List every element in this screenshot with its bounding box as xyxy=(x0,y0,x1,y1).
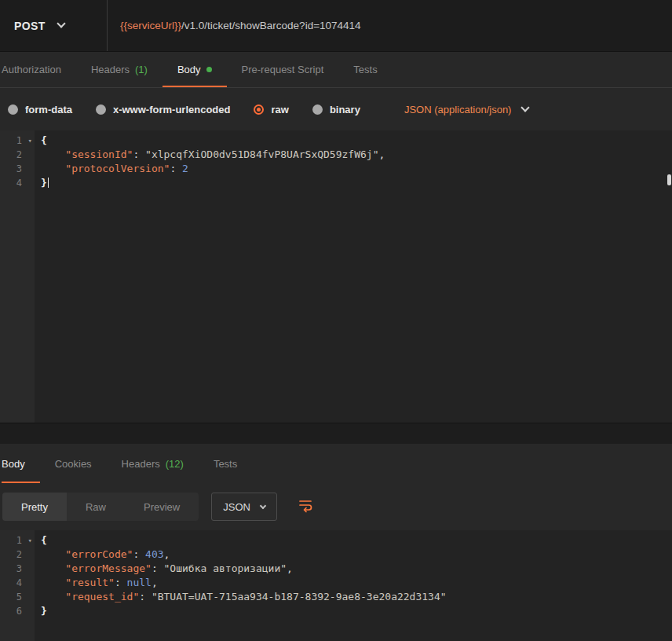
method-label: POST xyxy=(14,20,46,32)
code-token: : xyxy=(139,591,152,603)
code-line: 1 ▾ { xyxy=(0,134,672,148)
code-line: 3 "protocolVersion": 2 xyxy=(0,162,672,176)
body-mode-row: form-data x-www-form-urlencoded raw bina… xyxy=(0,88,672,130)
button-label: Pretty xyxy=(21,501,48,513)
tab-label: Headers xyxy=(91,64,130,75)
code-line: 4 } xyxy=(0,176,672,190)
response-body-viewer: 1 ▾ { 2 "errorCode": 403, 3 "errorMessag… xyxy=(0,530,672,641)
chevron-down-icon xyxy=(260,502,266,508)
radio-icon xyxy=(312,104,323,115)
code-line: 5 "request_id": "BTUAT=UAT-715aa934-b187… xyxy=(0,590,672,604)
line-number: 3 xyxy=(0,162,35,176)
tab-count: (1) xyxy=(135,64,148,75)
tab-label: Authorization xyxy=(2,64,61,75)
radio-selected-icon xyxy=(254,104,264,115)
pane-divider[interactable] xyxy=(0,423,672,444)
request-tabs: Authorization Headers (1) Body Pre-reque… xyxy=(0,52,672,88)
tab-pre-request-script[interactable]: Pre-request Script xyxy=(227,52,339,87)
view-mode-switch: Pretty Raw Preview xyxy=(2,493,199,521)
fold-icon[interactable]: ▾ xyxy=(28,134,32,148)
radio-form-data[interactable]: form-data xyxy=(8,104,72,115)
radio-label: binary xyxy=(330,104,360,115)
method-selector[interactable]: POST xyxy=(0,0,108,51)
button-label: Preview xyxy=(144,501,180,513)
code-token: } xyxy=(41,605,47,617)
tab-count: (12) xyxy=(166,458,184,470)
preview-button[interactable]: Preview xyxy=(125,493,199,521)
radio-icon xyxy=(8,104,18,115)
code-line: 2 "sessionId": "xlpcqfXiOD0dv51D84fvP8UA… xyxy=(0,148,672,162)
code-token: , xyxy=(164,548,170,560)
code-token: "BTUAT=UAT-715aa934-b187-8392-9ae8-3e20a… xyxy=(152,591,447,603)
wrap-lines-icon xyxy=(298,497,313,516)
tab-label: Headers xyxy=(122,458,160,470)
fold-icon[interactable]: ▾ xyxy=(28,533,32,548)
code-token: { xyxy=(41,534,47,546)
content-type-label: JSON (application/json) xyxy=(404,104,512,115)
line-number-gutter: 5 xyxy=(0,590,35,604)
code-token: "result" xyxy=(41,577,115,588)
line-number: 2 xyxy=(0,548,35,562)
code-token: "xlpcqfXiOD0dv51D84fvP8UArSxQD59zfW6j" xyxy=(145,148,378,160)
code-token: "Ошибка авторизации" xyxy=(164,562,287,574)
chevron-down-icon xyxy=(57,19,65,27)
code-token: 2 xyxy=(182,163,188,174)
code-token: : xyxy=(152,562,164,574)
code-token: , xyxy=(152,577,158,588)
line-number: 2 xyxy=(0,148,35,162)
scrollbar-thumb[interactable] xyxy=(667,174,671,185)
response-format-selector[interactable]: JSON xyxy=(211,493,277,521)
postman-window: POST {{serviceUrl}}/v1.0/ticket/showBarc… xyxy=(0,0,672,641)
line-number-gutter: 2 xyxy=(0,548,35,562)
line-number: 6 xyxy=(0,604,35,618)
pretty-button[interactable]: Pretty xyxy=(2,493,67,521)
tab-cookies[interactable]: Cookies xyxy=(40,444,107,483)
code-token: : xyxy=(115,577,127,588)
format-label: JSON xyxy=(223,501,250,513)
green-dot-icon xyxy=(206,67,212,72)
radio-urlencoded[interactable]: x-www-form-urlencoded xyxy=(96,104,231,115)
response-tabs: Body Cookies Headers (12) Tests xyxy=(0,444,672,483)
url-variable: {{serviceUrl}} xyxy=(120,20,181,31)
tab-label: Pre-request Script xyxy=(242,64,324,75)
radio-label: form-data xyxy=(25,104,72,115)
code-token: } xyxy=(41,177,47,189)
wrap-lines-button[interactable] xyxy=(291,493,320,521)
code-line: 2 "errorCode": 403, xyxy=(0,548,672,562)
text-cursor xyxy=(48,178,49,188)
tab-response-headers[interactable]: Headers (12) xyxy=(107,444,199,483)
chevron-down-icon xyxy=(521,103,530,112)
url-input[interactable]: {{serviceUrl}}/v1.0/ticket/showBarcode?i… xyxy=(108,0,672,51)
tab-headers[interactable]: Headers (1) xyxy=(76,52,163,87)
line-number-gutter: 1 ▾ xyxy=(0,134,35,148)
code-line: 6 } xyxy=(0,604,672,618)
line-number-gutter: 4 xyxy=(0,176,35,190)
tab-label: Tests xyxy=(214,458,237,470)
code-token: "request_id" xyxy=(41,591,139,603)
tab-response-body[interactable]: Body xyxy=(2,444,40,483)
radio-label: raw xyxy=(271,104,288,115)
tab-label: Body xyxy=(2,458,25,470)
code-token: 403 xyxy=(145,548,163,560)
line-number-gutter: 3 xyxy=(0,162,35,176)
code-token: null xyxy=(127,577,152,588)
content-type-selector[interactable]: JSON (application/json) xyxy=(404,104,529,115)
tab-body[interactable]: Body xyxy=(163,52,227,87)
tab-label: Body xyxy=(177,64,201,75)
tab-authorization[interactable]: Authorization xyxy=(2,52,76,87)
line-number: 3 xyxy=(0,562,35,576)
radio-raw[interactable]: raw xyxy=(254,104,288,115)
line-number-gutter: 1 ▾ xyxy=(0,533,35,548)
tab-response-tests[interactable]: Tests xyxy=(199,444,252,483)
raw-button[interactable]: Raw xyxy=(67,493,125,521)
tab-tests[interactable]: Tests xyxy=(338,52,392,87)
radio-binary[interactable]: binary xyxy=(312,104,360,115)
response-toolbar: Pretty Raw Preview JSON xyxy=(0,483,672,530)
code-token: : xyxy=(133,548,145,560)
code-token: "sessionId" xyxy=(41,148,133,160)
code-token: : xyxy=(170,163,182,174)
code-line: 3 "errorMessage": "Ошибка авторизации", xyxy=(0,562,672,576)
request-body-editor[interactable]: 1 ▾ { 2 "sessionId": "xlpcqfXiOD0dv51D84… xyxy=(0,130,672,423)
line-number-gutter: 2 xyxy=(0,148,35,162)
code-token: "protocolVersion" xyxy=(41,163,170,174)
